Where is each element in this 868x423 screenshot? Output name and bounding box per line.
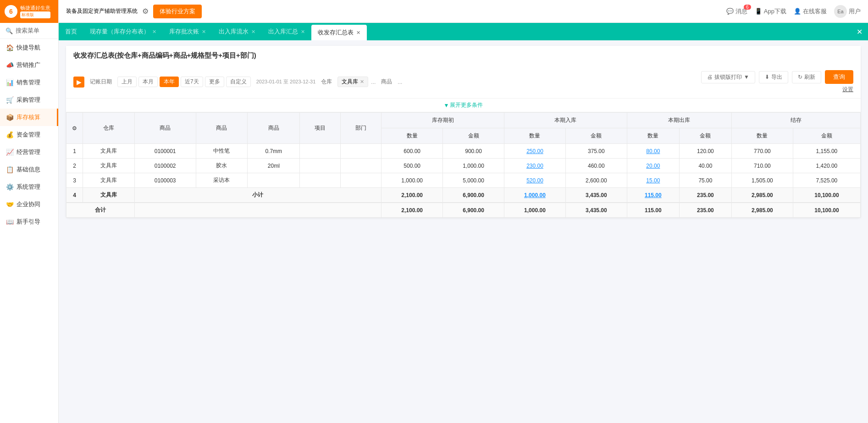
- main-card: 收发存汇总表(按仓库+商品编码+商品+规格型号+项目+部门) ▶ 记账日期 上月…: [66, 46, 861, 218]
- subtotal-warehouse: 文具库: [83, 188, 135, 203]
- sidebar-item-system[interactable]: ⚙️ 系统管理: [0, 178, 58, 196]
- sidebar-item-operations[interactable]: 📈 经营管理: [0, 143, 58, 161]
- settings-link[interactable]: 设置: [842, 86, 853, 93]
- warehouse-tag[interactable]: 文具库 ✕: [337, 77, 368, 87]
- filter-toggle-button[interactable]: ▶: [73, 77, 84, 88]
- print-button[interactable]: 🖨 拔锁版打印 ▼: [701, 71, 755, 83]
- tab-stock-dist[interactable]: 现存量（库存分布表） ✕: [83, 23, 163, 40]
- date-btn-last-month[interactable]: 上月: [117, 77, 137, 87]
- expand-conditions-button[interactable]: ▼ 展开更多条件: [444, 101, 483, 109]
- table-row: 3 文具库 0100003 采访本 1,000.00 5,000.00 520.…: [66, 173, 861, 188]
- tab-stock-dist-close[interactable]: ✕: [152, 29, 156, 35]
- export-button[interactable]: ⬇ 导出: [759, 71, 788, 83]
- total-label-cell: 合计: [66, 203, 135, 218]
- tab-batch-account[interactable]: 库存批次账 ✕: [163, 23, 212, 40]
- date-btn-7days[interactable]: 近7天: [181, 77, 203, 87]
- system-icon: ⚙️: [6, 183, 14, 191]
- th-group-opening: 库存期初: [381, 113, 504, 128]
- sidebar-item-sales[interactable]: 📊 销售管理: [0, 74, 58, 91]
- service-icon: 👤: [794, 8, 801, 15]
- expand-icon: ▼: [444, 102, 449, 109]
- row3-opening-amt: 5,000.00: [443, 173, 504, 188]
- row2-in-amt: 460.00: [565, 159, 627, 173]
- date-btn-this-year[interactable]: 本年: [160, 77, 179, 87]
- expand-label: 展开更多条件: [450, 101, 483, 109]
- tab-recv-send-summary[interactable]: 收发存汇总表 ✕: [311, 25, 367, 40]
- app-download-action[interactable]: 📱 App下载: [755, 7, 786, 16]
- tab-batch-account-label: 库存批次账: [169, 27, 199, 36]
- warehouse-tag-text: 文具库: [342, 78, 358, 86]
- row2-out-qty-link[interactable]: 20.00: [646, 163, 660, 169]
- row2-spec: 20ml: [248, 159, 300, 173]
- row3-name: 采访本: [196, 173, 248, 188]
- system-settings-button[interactable]: ⚙: [142, 7, 149, 16]
- refresh-button[interactable]: ↻ 刷新: [792, 71, 821, 83]
- sidebar-item-quick-nav[interactable]: 🏠 快捷导航: [0, 39, 58, 56]
- sidebar-item-marketing[interactable]: 📣 营销推广: [0, 56, 58, 74]
- row3-code: 0100003: [134, 173, 196, 188]
- subtotal-out-qty: 115.00: [627, 188, 679, 203]
- tab-in-out-flow[interactable]: 出入库流水 ✕: [212, 23, 262, 40]
- subtotal-balance-amt: 10,100.00: [793, 188, 860, 203]
- user-action[interactable]: Ea 用户: [834, 5, 861, 18]
- subtotal-out-qty-link[interactable]: 115.00: [645, 192, 662, 198]
- row2-project: [300, 159, 341, 173]
- date-btn-this-month[interactable]: 本月: [138, 77, 158, 87]
- th-out-amt: 金额: [679, 128, 731, 144]
- date-btn-more[interactable]: 更多: [205, 77, 224, 87]
- row3-in-qty-link[interactable]: 520.00: [526, 177, 543, 184]
- sidebar-item-label: 销售管理: [17, 78, 40, 87]
- row3-out-qty-link[interactable]: 15.00: [646, 177, 660, 184]
- finance-icon: 💰: [6, 131, 14, 138]
- tab-in-out-summary-close[interactable]: ✕: [301, 29, 305, 35]
- tab-in-out-flow-close[interactable]: ✕: [251, 29, 255, 35]
- tab-home[interactable]: 首页: [59, 23, 83, 40]
- row1-code: 0100001: [134, 144, 196, 159]
- tab-bar-close-button[interactable]: ✕: [851, 27, 868, 36]
- row1-in-amt: 375.00: [565, 144, 627, 159]
- table-row: 1 文具库 0100001 中性笔 0.7mm 600.00 900.00 25…: [66, 144, 861, 159]
- print-icon: 🖨: [707, 74, 713, 80]
- date-btn-custom[interactable]: 自定义: [226, 77, 251, 87]
- total-opening-amt: 6,900.00: [443, 203, 504, 218]
- sidebar-item-enterprise[interactable]: 🤝 企业协同: [0, 196, 58, 213]
- tab-batch-account-close[interactable]: ✕: [202, 29, 206, 35]
- message-action[interactable]: 💬 消息 6: [726, 7, 747, 16]
- sidebar-search[interactable]: 🔍 搜索菜单: [0, 23, 58, 39]
- warehouse-more[interactable]: ...: [371, 79, 376, 85]
- row1-opening-qty: 600.00: [381, 144, 443, 159]
- trial-button[interactable]: 体验行业方案: [153, 5, 202, 18]
- sidebar-item-inventory[interactable]: 📦 库存核算: [0, 109, 58, 126]
- row1-in-qty: 250.00: [504, 144, 566, 159]
- page-header: 收发存汇总表(按仓库+商品编码+商品+规格型号+项目+部门): [66, 46, 861, 60]
- row1-in-qty-link[interactable]: 250.00: [526, 148, 543, 154]
- row3-seq: 3: [66, 173, 83, 188]
- th-opening-qty: 数量: [381, 128, 443, 144]
- tab-recv-send-close[interactable]: ✕: [356, 30, 360, 36]
- sidebar-item-label: 资金管理: [17, 131, 40, 139]
- refresh-icon: ↻: [798, 74, 802, 80]
- print-label: 拔锁版打印: [714, 73, 742, 81]
- sidebar-item-finance[interactable]: 💰 资金管理: [0, 126, 58, 143]
- message-icon: 💬: [726, 8, 734, 15]
- sidebar-item-purchase[interactable]: 🛒 采购管理: [0, 91, 58, 109]
- top-header: 装备及固定资产辅助管理系统 ⚙ 体验行业方案 💬 消息 6 📱 App下载 👤 …: [59, 0, 868, 23]
- sidebar-item-basic[interactable]: 📋 基础信息: [0, 161, 58, 178]
- tab-home-label: 首页: [65, 27, 77, 36]
- th-settings[interactable]: ⚙: [66, 113, 83, 144]
- subtotal-in-qty-link[interactable]: 1,000.00: [524, 192, 546, 198]
- th-warehouse: 仓库: [83, 113, 135, 144]
- row3-out-amt: 75.00: [679, 173, 731, 188]
- online-service-action[interactable]: 👤 在线客服: [794, 7, 827, 16]
- main-area: 装备及固定资产辅助管理系统 ⚙ 体验行业方案 💬 消息 6 📱 App下载 👤 …: [59, 0, 868, 423]
- tab-in-out-summary[interactable]: 出入库汇总 ✕: [262, 23, 311, 40]
- sidebar-item-guide[interactable]: 📖 新手引导: [0, 213, 58, 231]
- total-in-amt: 3,435.00: [565, 203, 627, 218]
- row2-in-qty-link[interactable]: 230.00: [526, 163, 543, 169]
- row1-out-amt: 120.00: [679, 144, 731, 159]
- row1-out-qty-link[interactable]: 80.00: [646, 148, 660, 154]
- sidebar-logo: 6 畅捷通好生意 标准版: [0, 0, 58, 23]
- goods-more[interactable]: ...: [398, 79, 402, 85]
- query-button[interactable]: 查询: [825, 70, 853, 84]
- warehouse-tag-close[interactable]: ✕: [360, 79, 364, 85]
